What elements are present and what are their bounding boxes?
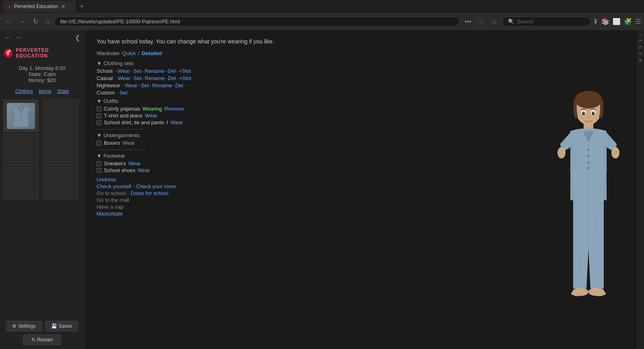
sneakers-wear-link[interactable]: Wear xyxy=(128,160,141,166)
school-del-link[interactable]: Del xyxy=(168,68,176,74)
tab-icon[interactable]: ⬜ xyxy=(613,18,621,25)
undergarments-header[interactable] xyxy=(97,127,536,131)
sidebar-collapse-button[interactable]: ❮ xyxy=(75,34,80,41)
clothes-slot-3[interactable] xyxy=(3,133,39,166)
character-area xyxy=(548,30,637,349)
school-rename-link[interactable]: Rename xyxy=(144,68,164,74)
tab-bar: ● Perverted Education ✕ + xyxy=(0,0,644,13)
outfit-checkbox-boxers[interactable] xyxy=(97,141,101,146)
nightwear-wear-link[interactable]: Wear xyxy=(125,82,138,88)
clothes-slot-4[interactable] xyxy=(43,133,78,166)
casual-set-name: Casual xyxy=(97,75,113,81)
casual-rename-link[interactable]: Rename xyxy=(145,75,165,81)
menu-icon[interactable]: ☰ xyxy=(635,18,641,25)
outfit-checkbox-tshirt[interactable] xyxy=(97,113,101,118)
settings-button[interactable]: ⚙ Settings xyxy=(6,321,41,331)
clothes-slot-6[interactable] xyxy=(43,167,78,199)
right-panel: ↑ T C U N xyxy=(637,30,644,349)
svg-point-7 xyxy=(611,147,619,158)
boxers-name: Boxers xyxy=(104,140,120,146)
sidebar: ← → ❮ ⚥ PERVERTED EDUCATION Day 1, Monda… xyxy=(0,30,85,349)
svg-point-23 xyxy=(597,294,601,296)
school-set-row: School - Wear - Set - Rename - Del - +Sl… xyxy=(97,68,536,74)
active-tab[interactable]: ● Perverted Education ✕ xyxy=(3,1,76,12)
puzzle-icon[interactable]: 🧩 xyxy=(624,18,632,25)
dress-for-school-link[interactable]: Dress for school xyxy=(131,190,169,196)
wardrobe-detailed-link[interactable]: Detailed xyxy=(142,50,162,56)
outfit-checkbox-sneakers[interactable] xyxy=(97,161,101,166)
nightwear-rename-link[interactable]: Rename xyxy=(152,82,172,88)
restart-button[interactable]: ↻ Restart xyxy=(23,335,61,345)
tshirt-wear-link[interactable]: Wear xyxy=(145,113,157,119)
search-bar[interactable]: 🔍 Search xyxy=(502,16,590,27)
masturbate-link[interactable]: Masturbate xyxy=(97,211,536,217)
casual-set-link[interactable]: Set xyxy=(134,75,142,81)
footwear-label-row[interactable]: ▼ Footwear xyxy=(97,153,536,159)
download-icon[interactable]: ⬇ xyxy=(593,18,598,25)
outfit-checkbox-schoolshirt[interactable] xyxy=(97,120,101,125)
svg-point-1 xyxy=(20,117,22,118)
nightwear-del-link[interactable]: Del xyxy=(175,82,183,88)
star-button[interactable]: ☆ xyxy=(489,16,500,27)
casual-slot-link[interactable]: +Slot xyxy=(179,75,191,81)
right-panel-icon-1: ↑ xyxy=(638,34,643,36)
tab-stats[interactable]: Stats xyxy=(57,88,69,94)
right-panel-text: T xyxy=(638,39,642,43)
tab-close-button[interactable]: ✕ xyxy=(61,3,66,10)
outfit-checkbox-pajamas[interactable] xyxy=(97,107,101,111)
sidebar-bottom: ⚙ Settings 💾 Saves ↻ Restart xyxy=(0,317,84,349)
library-icon[interactable]: 📚 xyxy=(601,18,609,25)
more-button[interactable]: ••• xyxy=(462,16,474,27)
character-figure xyxy=(548,88,629,349)
intro-text: You have school today. You can change wh… xyxy=(97,38,536,45)
school-set-link[interactable]: Set xyxy=(133,68,141,74)
home-button[interactable]: ⌂ xyxy=(43,16,52,27)
clothing-sets-header[interactable]: ▼ Clothing sets xyxy=(97,60,536,66)
wardrobe-quick-link[interactable]: Quick xyxy=(122,50,136,56)
school-slot-link[interactable]: +Slot xyxy=(179,68,191,74)
undress-link[interactable]: Undress xyxy=(97,177,536,183)
tab-title: Perverted Education xyxy=(14,4,58,9)
school-wear-link[interactable]: Wear xyxy=(118,68,130,74)
bookmark-heart-button[interactable]: ♡ xyxy=(476,16,487,27)
sidebar-forward-button[interactable]: → xyxy=(14,33,22,42)
school-set-name: School xyxy=(97,68,113,74)
sidebar-back-button[interactable]: ← xyxy=(4,33,11,42)
sidebar-btn-row: ⚙ Settings 💾 Saves xyxy=(4,321,80,331)
outfit-comfy-pajamas: Comfy pajamas Wearing Remove xyxy=(97,106,536,112)
check-room-link[interactable]: Check your room xyxy=(136,183,176,189)
tab-clothes[interactable]: Clothes xyxy=(15,88,33,94)
info-icon-schoolshirt[interactable]: ℹ xyxy=(167,120,168,125)
svg-point-9 xyxy=(587,149,590,151)
back-button[interactable]: ← xyxy=(3,16,14,27)
boxers-wear-link[interactable]: Wear xyxy=(122,140,135,146)
forward-button[interactable]: → xyxy=(17,16,28,27)
tshirt-name: T-shirt and jeans xyxy=(104,113,142,119)
tab-items[interactable]: Items xyxy=(39,88,52,94)
custom-set-link[interactable]: Set xyxy=(120,90,128,96)
saves-button[interactable]: 💾 Saves xyxy=(45,321,78,331)
day-line: Day 1, Monday 8:50 xyxy=(0,65,84,71)
pajamas-wearing-link[interactable]: Wearing xyxy=(142,106,162,112)
outfit-checkbox-schoolshoes[interactable] xyxy=(97,168,101,173)
clothes-slot-1[interactable] xyxy=(3,100,39,132)
check-links: Check yourself - Check your room xyxy=(97,183,536,189)
casual-wear-link[interactable]: Wear xyxy=(118,75,130,81)
refresh-button[interactable]: ↻ xyxy=(31,16,41,27)
address-bar[interactable]: file:///E:/Novels/updated/PE-10000-Patre… xyxy=(54,16,460,27)
pajamas-remove-link[interactable]: Remove xyxy=(165,106,184,112)
check-yourself-link[interactable]: Check yourself xyxy=(97,183,131,189)
nightwear-set-link[interactable]: Set xyxy=(141,82,149,88)
clothes-slot-2[interactable] xyxy=(43,100,78,132)
clothes-slot-5[interactable] xyxy=(3,167,39,199)
casual-del-link[interactable]: Del xyxy=(168,75,176,81)
have-nap-text: Have a nap xyxy=(97,204,536,210)
outfits-header[interactable]: ▼ Outfits xyxy=(97,98,536,104)
state-line: State: Calm xyxy=(0,71,84,77)
custom-set-name: Custom xyxy=(97,90,115,96)
schoolshoes-wear-link[interactable]: Wear xyxy=(138,167,150,173)
schoolshirt-wear-link[interactable]: Wear xyxy=(171,119,183,125)
new-tab-button[interactable]: + xyxy=(77,2,87,11)
undergarments-label-row[interactable]: ▼ Undergarments xyxy=(97,132,536,138)
sneakers-name: Sneakers xyxy=(104,160,126,166)
